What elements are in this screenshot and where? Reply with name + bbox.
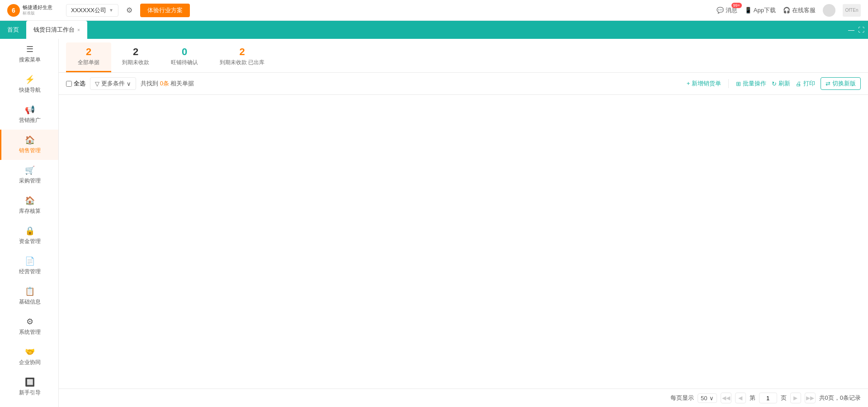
switch-version-button[interactable]: ⇄ 切换新版 <box>821 77 861 90</box>
page-label: 第 <box>750 394 755 402</box>
sidebar-item-marketing[interactable]: 📢 营销推广 <box>0 99 58 130</box>
found-count: 0条 <box>160 80 169 87</box>
tab-home[interactable]: 首页 <box>0 21 26 39</box>
print-icon: 🖨 <box>796 80 802 87</box>
company-selector[interactable]: XXXXXX公司 ▼ <box>66 4 118 17</box>
print-button[interactable]: 🖨 打印 <box>796 80 815 88</box>
refresh-button[interactable]: ↻ 刷新 <box>772 80 790 88</box>
chevron-down-icon: ∨ <box>127 80 131 87</box>
add-sale-order-button[interactable]: + 新增销货单 <box>687 80 721 88</box>
sidebar: ☰ 搜索菜单 ⚡ 快捷导航 📢 营销推广 🏠 销售管理 🛒 采购管理 🏠 库存核… <box>0 39 59 407</box>
settings-icon[interactable]: ⚙ <box>122 3 137 18</box>
basic-info-icon: 📋 <box>25 286 35 296</box>
table-area <box>59 95 868 388</box>
checkbox-input[interactable] <box>66 81 72 87</box>
toolbar: 全选 ▽ 更多条件 ∨ 共找到 0条 相关单据 + 新增销货单 ⊞ 批 <box>59 73 868 95</box>
stat-tab-wangpu[interactable]: 0 旺铺待确认 <box>160 42 209 72</box>
sidebar-label: 系统管理 <box>19 328 41 336</box>
next-page-button[interactable]: ▶ <box>790 393 801 403</box>
messages-button[interactable]: 💬 消息 99+ <box>717 6 737 14</box>
nav-right-actions: — ⛶ <box>848 26 868 33</box>
download-icon: 📱 <box>745 7 752 14</box>
select-chevron-icon: ∨ <box>709 395 714 402</box>
select-all-checkbox[interactable]: 全选 <box>66 80 85 88</box>
header-right: 💬 消息 99+ 📱 App下载 🎧 在线客服 OfTEn <box>717 4 861 17</box>
logo-sub: 标准版 <box>23 10 52 16</box>
sidebar-item-app-center[interactable]: 🛍 应用中心 <box>0 402 58 407</box>
sidebar-item-search-menu[interactable]: ☰ 搜索菜单 <box>0 39 58 69</box>
sidebar-label: 营销推广 <box>19 117 41 124</box>
overdue-count: 2 <box>133 46 138 58</box>
sidebar-label: 快捷导航 <box>19 86 41 94</box>
sidebar-label: 搜索菜单 <box>19 56 41 64</box>
last-page-button[interactable]: ▶▶ <box>805 393 816 403</box>
messages-badge: 99+ <box>731 3 742 8</box>
tab-close-icon[interactable]: × <box>77 28 80 33</box>
sidebar-item-inventory[interactable]: 🏠 库存核算 <box>0 190 58 220</box>
page-size-select[interactable]: 50 ∨ <box>698 393 717 403</box>
message-icon: 💬 <box>717 7 724 14</box>
top-header: 6 畅捷通好生意 标准版 XXXXXX公司 ▼ ⚙ 体验行业方案 💬 消息 99… <box>0 0 868 21</box>
company-name: XXXXXX公司 <box>71 6 106 14</box>
app-download-button[interactable]: 📱 App下载 <box>745 6 776 14</box>
sidebar-label: 企业协同 <box>19 359 41 366</box>
toolbar-right: + 新增销货单 ⊞ 批量操作 ↻ 刷新 🖨 打印 ⇄ 切换新版 <box>687 77 861 90</box>
content-area: 2 全部单据 2 到期未收款 0 旺铺待确认 2 到期未收款 已出库 全选 <box>59 39 868 407</box>
filter-label: 更多条件 <box>101 80 125 88</box>
sidebar-label: 销售管理 <box>19 147 41 154</box>
sidebar-item-quick-nav[interactable]: ⚡ 快捷导航 <box>0 69 58 99</box>
sidebar-item-system[interactable]: ⚙ 系统管理 <box>0 311 58 342</box>
refresh-icon: ↻ <box>772 80 777 87</box>
logo-area: 6 畅捷通好生意 标准版 <box>7 4 66 17</box>
avatar[interactable] <box>823 4 835 17</box>
divider <box>728 79 729 88</box>
main-layout: ☰ 搜索菜单 ⚡ 快捷导航 📢 营销推广 🏠 销售管理 🛒 采购管理 🏠 库存核… <box>0 39 868 407</box>
online-service-button[interactable]: 🎧 在线客服 <box>783 6 816 14</box>
logo-icon: 6 <box>7 4 20 17</box>
sidebar-label: 库存核算 <box>19 207 41 215</box>
stat-tab-overdue-out[interactable]: 2 到期未收款 已出库 <box>209 42 275 72</box>
capital-icon: 🔒 <box>25 226 35 236</box>
overdue-out-label: 到期未收款 已出库 <box>220 59 264 66</box>
marketing-icon: 📢 <box>25 105 35 115</box>
quick-nav-icon: ⚡ <box>25 75 35 84</box>
sidebar-label: 新手引导 <box>19 389 41 397</box>
nav-minimize-icon[interactable]: — <box>848 26 854 33</box>
sidebar-item-beginner[interactable]: 🔲 新手引导 <box>0 372 58 402</box>
sidebar-item-purchase[interactable]: 🛒 采购管理 <box>0 160 58 190</box>
batch-operation-button[interactable]: ⊞ 批量操作 <box>736 80 766 88</box>
operations-icon: 📄 <box>25 256 35 266</box>
page-number-input[interactable] <box>759 393 777 403</box>
stat-tab-all[interactable]: 2 全部单据 <box>66 42 111 72</box>
select-all-label: 全选 <box>74 80 85 88</box>
filter-icon: ▽ <box>95 80 99 87</box>
experience-button[interactable]: 体验行业方案 <box>140 4 190 17</box>
overdue-out-count: 2 <box>240 46 245 58</box>
search-menu-icon: ☰ <box>26 44 33 54</box>
first-page-button[interactable]: ◀◀ <box>721 393 731 403</box>
prev-page-button[interactable]: ◀ <box>735 393 746 403</box>
all-count: 2 <box>86 46 91 58</box>
service-icon: 🎧 <box>783 7 790 14</box>
nav-tabs: 首页 钱货日清工作台 × — ⛶ <box>0 21 868 39</box>
stat-tab-overdue[interactable]: 2 到期未收款 <box>111 42 160 72</box>
sidebar-label: 经营管理 <box>19 268 41 276</box>
batch-icon: ⊞ <box>736 80 741 87</box>
sidebar-item-operations[interactable]: 📄 经营管理 <box>0 251 58 281</box>
nav-maximize-icon[interactable]: ⛶ <box>858 26 864 33</box>
system-icon: ⚙ <box>26 317 33 327</box>
sidebar-label: 资金管理 <box>19 238 41 245</box>
sidebar-label: 采购管理 <box>19 177 41 185</box>
switch-icon: ⇄ <box>826 80 830 87</box>
tab-daily-work[interactable]: 钱货日清工作台 × <box>26 21 87 39</box>
sidebar-item-basic-info[interactable]: 📋 基础信息 <box>0 281 58 311</box>
sidebar-item-capital[interactable]: 🔒 资金管理 <box>0 220 58 251</box>
filter-button[interactable]: ▽ 更多条件 ∨ <box>90 77 136 90</box>
purchase-icon: 🛒 <box>25 165 35 175</box>
toolbar-left: 全选 ▽ 更多条件 ∨ 共找到 0条 相关单据 <box>66 77 681 90</box>
sidebar-item-cooperation[interactable]: 🤝 企业协同 <box>0 342 58 372</box>
sidebar-item-sales[interactable]: 🏠 销售管理 <box>0 130 58 160</box>
sidebar-label: 基础信息 <box>19 298 41 306</box>
inventory-icon: 🏠 <box>25 196 35 206</box>
cooperation-icon: 🤝 <box>25 347 35 357</box>
